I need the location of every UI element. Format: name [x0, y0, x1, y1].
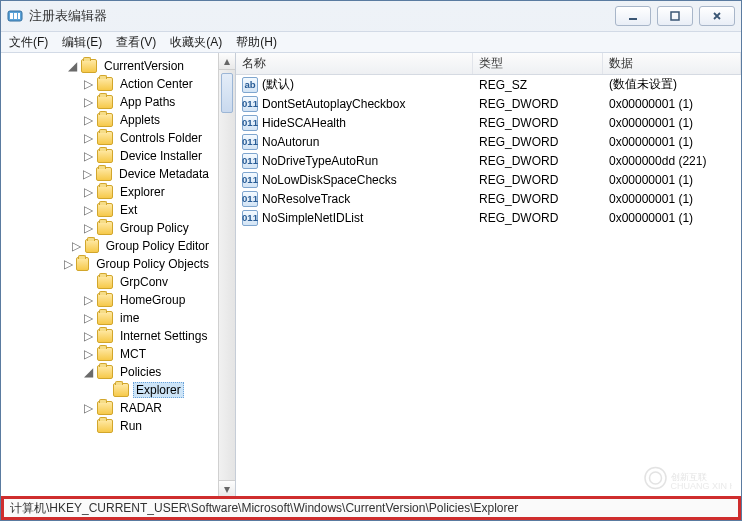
expand-icon[interactable]: ▷ — [64, 259, 73, 270]
cell-data: 0x00000001 (1) — [603, 173, 741, 187]
folder-icon — [97, 185, 113, 199]
tree-node[interactable]: ▷Device Metadata — [3, 165, 216, 183]
value-name: NoLowDiskSpaceChecks — [262, 173, 397, 187]
expand-icon[interactable]: ▷ — [83, 223, 94, 234]
cell-data: 0x00000001 (1) — [603, 135, 741, 149]
folder-icon — [97, 149, 113, 163]
col-name[interactable]: 名称 — [236, 53, 473, 74]
list-row[interactable]: 011NoResolveTrackREG_DWORD0x00000001 (1) — [236, 189, 741, 208]
col-data[interactable]: 数据 — [603, 53, 741, 74]
list-row[interactable]: 011HideSCAHealthREG_DWORD0x00000001 (1) — [236, 113, 741, 132]
expand-icon[interactable]: ▷ — [83, 97, 94, 108]
expand-icon[interactable]: ▷ — [83, 295, 94, 306]
folder-icon — [96, 167, 112, 181]
tree-label: Explorer — [133, 382, 184, 398]
tree-node[interactable]: ▷HomeGroup — [3, 291, 216, 309]
tree-node[interactable]: ◢CurrentVersion — [3, 57, 216, 75]
minimize-button[interactable] — [615, 6, 651, 26]
expand-icon[interactable]: ▷ — [83, 115, 94, 126]
folder-icon — [97, 419, 113, 433]
status-path: 计算机\HKEY_CURRENT_USER\Software\Microsoft… — [10, 500, 518, 517]
tree-label: Group Policy — [117, 221, 192, 235]
scroll-up-icon[interactable]: ▴ — [219, 53, 235, 70]
expand-icon[interactable]: ▷ — [83, 187, 94, 198]
tree-node[interactable]: ▷Group Policy Objects — [3, 255, 216, 273]
cell-type: REG_DWORD — [473, 116, 603, 130]
svg-rect-2 — [14, 13, 17, 19]
expand-icon[interactable]: ▷ — [83, 205, 94, 216]
list-row[interactable]: ab(默认)REG_SZ(数值未设置) — [236, 75, 741, 94]
tree-node[interactable]: ▷Explorer — [3, 183, 216, 201]
cell-data: 0x00000001 (1) — [603, 116, 741, 130]
tree-node[interactable]: ▷Controls Folder — [3, 129, 216, 147]
expand-icon[interactable]: ▷ — [83, 79, 94, 90]
folder-icon — [97, 311, 113, 325]
tree-node[interactable]: ▷MCT — [3, 345, 216, 363]
scroll-thumb[interactable] — [221, 73, 233, 113]
client-area: ◢CurrentVersion▷Action Center▷App Paths▷… — [1, 53, 741, 497]
folder-icon — [76, 257, 89, 271]
expand-icon[interactable]: ▷ — [82, 169, 93, 180]
tree-node[interactable]: ▷ime — [3, 309, 216, 327]
tree-label: Internet Settings — [117, 329, 210, 343]
maximize-button[interactable] — [657, 6, 693, 26]
tree-scrollbar[interactable]: ▴ ▾ — [218, 53, 235, 497]
menu-file[interactable]: 文件(F) — [9, 34, 48, 51]
tree-label: GrpConv — [117, 275, 171, 289]
tree-label: Device Metadata — [116, 167, 212, 181]
folder-icon — [97, 275, 113, 289]
statusbar: 计算机\HKEY_CURRENT_USER\Software\Microsoft… — [1, 496, 741, 520]
menu-help[interactable]: 帮助(H) — [236, 34, 277, 51]
tree-node[interactable]: ▷Applets — [3, 111, 216, 129]
expand-icon[interactable] — [99, 385, 110, 396]
tree-node[interactable]: ▷Group Policy — [3, 219, 216, 237]
menu-edit[interactable]: 编辑(E) — [62, 34, 102, 51]
expand-icon[interactable] — [83, 277, 94, 288]
list-body[interactable]: ab(默认)REG_SZ(数值未设置)011DontSetAutoplayChe… — [236, 75, 741, 497]
tree-label: Group Policy Objects — [93, 257, 212, 271]
tree-node[interactable]: Explorer — [3, 381, 216, 399]
titlebar[interactable]: 注册表编辑器 — [1, 1, 741, 31]
expand-icon[interactable] — [83, 421, 94, 432]
list-row[interactable]: 011NoLowDiskSpaceChecksREG_DWORD0x000000… — [236, 170, 741, 189]
expand-icon[interactable]: ▷ — [83, 133, 94, 144]
tree-node[interactable]: ▷RADAR — [3, 399, 216, 417]
list-row[interactable]: 011NoDriveTypeAutoRunREG_DWORD0x000000dd… — [236, 151, 741, 170]
tree-node[interactable]: ▷Group Policy Editor — [3, 237, 216, 255]
tree-node[interactable]: GrpConv — [3, 273, 216, 291]
list-row[interactable]: 011NoAutorunREG_DWORD0x00000001 (1) — [236, 132, 741, 151]
expand-icon[interactable]: ▷ — [83, 331, 94, 342]
value-name: NoDriveTypeAutoRun — [262, 154, 378, 168]
tree-node[interactable]: ▷Device Installer — [3, 147, 216, 165]
cell-name: 011DontSetAutoplayCheckbox — [236, 96, 473, 112]
collapse-icon[interactable]: ◢ — [83, 367, 94, 378]
col-type[interactable]: 类型 — [473, 53, 603, 74]
tree-node[interactable]: ◢Policies — [3, 363, 216, 381]
folder-icon — [85, 239, 99, 253]
folder-icon — [97, 131, 113, 145]
tree-node[interactable]: ▷Ext — [3, 201, 216, 219]
value-name: (默认) — [262, 76, 294, 93]
expand-icon[interactable]: ▷ — [83, 349, 94, 360]
tree-label: Policies — [117, 365, 164, 379]
svg-rect-5 — [671, 12, 679, 20]
expand-icon[interactable]: ▷ — [72, 241, 82, 252]
tree-node[interactable]: ▷App Paths — [3, 93, 216, 111]
tree-node[interactable]: ▷Action Center — [3, 75, 216, 93]
reg-binary-icon: 011 — [242, 134, 258, 150]
menu-view[interactable]: 查看(V) — [116, 34, 156, 51]
collapse-icon[interactable]: ◢ — [67, 61, 78, 72]
folder-icon — [97, 203, 113, 217]
menu-favorites[interactable]: 收藏夹(A) — [170, 34, 222, 51]
tree-node[interactable]: ▷Internet Settings — [3, 327, 216, 345]
cell-name: 011NoAutorun — [236, 134, 473, 150]
scroll-down-icon[interactable]: ▾ — [219, 480, 235, 497]
tree-node[interactable]: Run — [3, 417, 216, 435]
close-button[interactable] — [699, 6, 735, 26]
list-row[interactable]: 011NoSimpleNetIDListREG_DWORD0x00000001 … — [236, 208, 741, 227]
expand-icon[interactable]: ▷ — [83, 313, 94, 324]
tree-scroll[interactable]: ◢CurrentVersion▷Action Center▷App Paths▷… — [1, 53, 218, 497]
expand-icon[interactable]: ▷ — [83, 403, 94, 414]
expand-icon[interactable]: ▷ — [83, 151, 94, 162]
list-row[interactable]: 011DontSetAutoplayCheckboxREG_DWORD0x000… — [236, 94, 741, 113]
